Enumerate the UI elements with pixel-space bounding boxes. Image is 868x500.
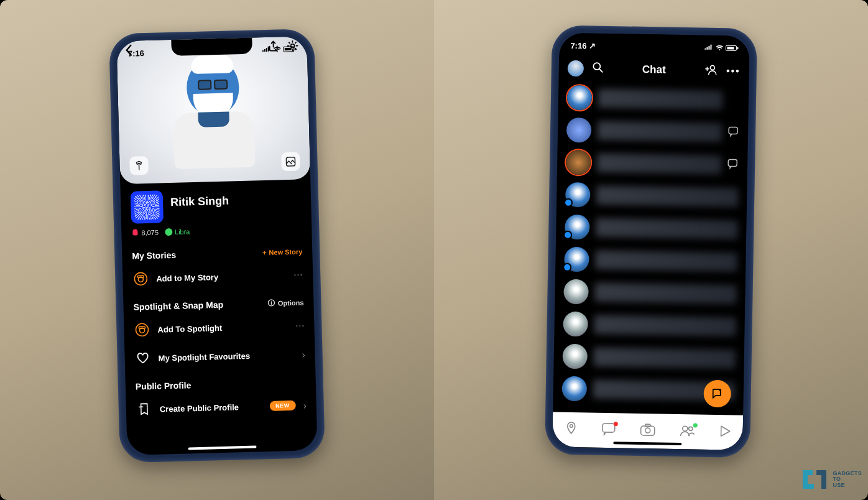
status-time: 7:16 — [570, 40, 586, 50]
spotlight-favourites-row[interactable]: My Spotlight Favourites › — [124, 340, 315, 373]
more-icon[interactable]: ••• — [726, 65, 741, 76]
phone-frame-right: 7:16 ↗ Chat ••• — [545, 25, 757, 458]
chat-avatar[interactable] — [564, 247, 589, 272]
chat-row[interactable] — [561, 340, 737, 376]
chat-row[interactable] — [564, 178, 740, 214]
svg-point-24 — [682, 426, 687, 431]
location-icon: ↗ — [589, 41, 596, 50]
snap-score[interactable]: 8,075 — [131, 228, 159, 238]
nav-chat-icon[interactable] — [602, 423, 616, 438]
profile-hero: 7:16 — [116, 36, 310, 184]
chat-avatar[interactable] — [566, 118, 592, 143]
svg-point-5 — [134, 272, 147, 285]
svg-rect-14 — [737, 47, 738, 50]
share-icon[interactable] — [268, 40, 279, 54]
chat-row[interactable] — [565, 146, 741, 182]
svg-point-3 — [291, 44, 295, 48]
nav-map-icon[interactable] — [565, 422, 577, 438]
chevron-right-icon: › — [303, 400, 307, 410]
add-friend-icon[interactable] — [705, 64, 718, 78]
watermark: GADGETS TO USE — [800, 465, 862, 494]
chat-preview — [596, 186, 738, 207]
chat-preview — [595, 251, 737, 272]
chat-preview — [598, 89, 723, 109]
plus-icon: + — [262, 249, 267, 256]
chat-list[interactable] — [553, 81, 749, 408]
chat-bubble-icon[interactable] — [728, 126, 739, 139]
camera-icon — [132, 271, 149, 287]
notification-dot — [693, 423, 697, 427]
chat-preview — [594, 283, 736, 304]
chat-row[interactable] — [562, 275, 738, 311]
svg-rect-23 — [645, 424, 650, 427]
chat-avatar[interactable] — [565, 215, 590, 240]
status-dot — [564, 198, 573, 207]
chat-avatar[interactable] — [563, 279, 589, 305]
spotlight-title: Spotlight & Snap Map — [133, 300, 223, 312]
svg-rect-13 — [727, 47, 734, 49]
svg-point-22 — [645, 428, 650, 433]
chevron-right-icon: › — [302, 349, 305, 359]
chat-preview — [596, 218, 737, 239]
background-button[interactable] — [281, 152, 300, 172]
nav-stories-icon[interactable] — [680, 424, 695, 439]
svg-point-25 — [688, 427, 692, 430]
chat-bubble-icon[interactable] — [727, 159, 739, 171]
add-my-story-row[interactable]: Add to My Story ⋯ — [122, 260, 313, 294]
status-dot — [563, 263, 571, 272]
signal-icon — [704, 45, 713, 51]
chat-preview — [593, 348, 735, 369]
chat-row[interactable] — [566, 81, 742, 117]
profile-name: Ritik Singh — [170, 195, 229, 209]
my-avatar[interactable] — [568, 60, 584, 76]
info-icon — [268, 299, 275, 308]
outfit-button[interactable] — [129, 156, 149, 175]
search-icon[interactable] — [593, 62, 604, 76]
heart-icon — [134, 350, 151, 367]
status-dot — [563, 231, 572, 239]
bookmark-plus-icon — [136, 401, 153, 418]
chat-row[interactable] — [561, 308, 737, 343]
stories-title: My Stories — [132, 250, 176, 261]
row-label: Create Public Profile — [160, 402, 262, 414]
notch — [614, 34, 695, 51]
chat-avatar[interactable] — [562, 344, 588, 369]
nav-spotlight-icon[interactable] — [719, 425, 731, 440]
zodiac[interactable]: Libra — [165, 228, 190, 236]
new-badge: NEW — [269, 400, 296, 411]
svg-rect-17 — [729, 127, 737, 134]
chat-avatar[interactable] — [562, 376, 588, 402]
chat-avatar[interactable] — [565, 182, 591, 208]
photo-left: 7:16 — [0, 0, 434, 500]
chat-row[interactable] — [563, 243, 739, 279]
chat-avatar[interactable] — [567, 85, 593, 111]
new-story-button[interactable]: + New Story — [262, 248, 303, 257]
row-label: Add to My Story — [156, 271, 286, 283]
wifi-icon — [715, 45, 724, 51]
chat-avatar[interactable] — [566, 150, 591, 175]
home-indicator — [188, 446, 256, 450]
more-icon[interactable]: ⋯ — [295, 320, 304, 331]
create-public-profile-row[interactable]: Create Public Profile NEW › — [126, 391, 316, 424]
chat-preview — [597, 154, 721, 174]
public-title: Public Profile — [136, 380, 192, 391]
profile-card[interactable]: Ritik Singh — [120, 179, 312, 229]
add-spotlight-row[interactable]: Add To Spotlight ⋯ — [124, 311, 315, 345]
snapcode[interactable] — [131, 190, 164, 223]
nav-camera-icon[interactable] — [640, 424, 655, 438]
chat-row[interactable] — [565, 114, 741, 149]
chat-row[interactable] — [563, 211, 739, 246]
battery-icon — [726, 45, 738, 51]
bitmoji-avatar[interactable] — [169, 57, 259, 178]
back-icon[interactable] — [125, 45, 132, 58]
options-button[interactable]: Options — [268, 298, 304, 308]
svg-point-16 — [711, 65, 715, 70]
svg-point-19 — [570, 425, 572, 427]
camera-icon — [134, 322, 150, 338]
libra-icon — [165, 228, 172, 236]
profile-username — [170, 208, 229, 217]
chat-avatar[interactable] — [563, 312, 588, 337]
gear-icon[interactable] — [287, 40, 298, 54]
more-icon[interactable]: ⋯ — [293, 269, 303, 280]
row-label: My Spotlight Favourites — [158, 350, 294, 363]
